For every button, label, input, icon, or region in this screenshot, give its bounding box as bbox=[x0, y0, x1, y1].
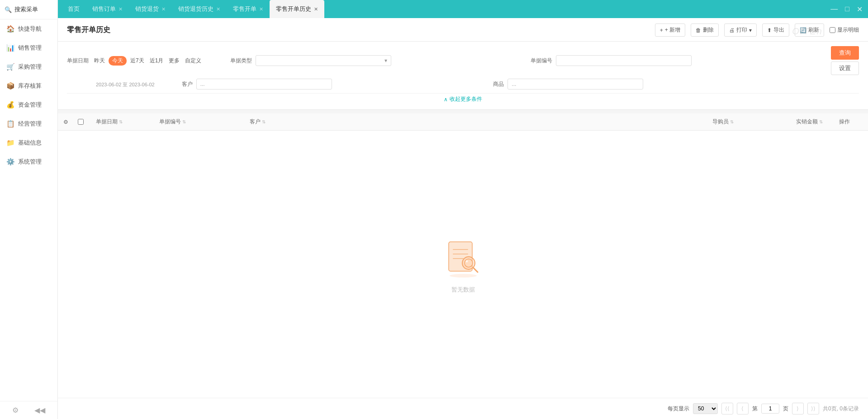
sidebar-search-label: 搜索采单 bbox=[14, 5, 38, 14]
th-amount[interactable]: 实销金额 ⇅ bbox=[763, 118, 826, 126]
tab-sales-order[interactable]: 销售订单✕ bbox=[86, 0, 129, 18]
tab-retail-history[interactable]: 零售开单历史✕ bbox=[270, 0, 324, 18]
show-detail-checkbox[interactable] bbox=[830, 27, 835, 33]
svg-point-7 bbox=[465, 259, 473, 267]
customer-filter-group: 客户 ... bbox=[182, 79, 484, 89]
add-button[interactable]: + + 新增 bbox=[655, 24, 685, 37]
customer-value: ... bbox=[200, 81, 205, 87]
page-prefix-label: 第 bbox=[752, 405, 758, 413]
delete-icon: 🗑 bbox=[696, 27, 701, 33]
th-date[interactable]: 单据日期 ⇅ bbox=[92, 118, 156, 126]
total-info: 共0页, 0条记录 bbox=[823, 405, 859, 413]
bill-type-select[interactable]: ▾ bbox=[256, 55, 391, 66]
per-page-label: 每页显示 bbox=[668, 405, 689, 413]
empty-icon bbox=[441, 235, 486, 280]
date-opt-last1month[interactable]: 近1月 bbox=[148, 56, 166, 66]
tab-close-sales-return[interactable]: ✕ bbox=[161, 6, 166, 12]
sidebar: 🔍 搜索采单 🏠 快捷导航 📊 销售管理 🛒 采购管理 📦 库存核算 💰 资金管… bbox=[0, 0, 58, 419]
print-icon: 🖨 bbox=[729, 27, 735, 33]
sidebar-item-sales-mgmt[interactable]: 📊 销售管理 bbox=[0, 38, 57, 57]
page-suffix-label: 页 bbox=[783, 405, 788, 413]
select-all-checkbox[interactable] bbox=[78, 119, 84, 125]
sidebar-icon-system-mgmt: ⚙️ bbox=[6, 158, 14, 166]
collapse-icon[interactable]: ◀◀ bbox=[34, 406, 45, 414]
sidebar-item-quick-nav[interactable]: 🏠 快捷导航 bbox=[0, 19, 57, 38]
settings-button[interactable]: 设置 bbox=[831, 61, 859, 75]
export-button[interactable]: ⬆ 导出 bbox=[762, 24, 789, 37]
last-page-btn[interactable]: ⟩⟩ bbox=[807, 403, 819, 414]
tab-label-retail-open: 零售开单 bbox=[233, 5, 256, 13]
sidebar-item-purchase-mgmt[interactable]: 🛒 采购管理 bbox=[0, 57, 57, 76]
collapse-label: 收起更多条件 bbox=[450, 95, 482, 103]
date-opt-custom[interactable]: 自定义 bbox=[183, 56, 203, 66]
date-opt-more[interactable]: 更多 bbox=[167, 56, 181, 66]
tab-close-sales-return-history[interactable]: ✕ bbox=[216, 6, 220, 12]
date-filter-group: 单据日期 昨天今天近7天近1月更多自定义 bbox=[67, 56, 203, 66]
query-button[interactable]: 查询 bbox=[831, 46, 859, 60]
sidebar-icon-operations: 📋 bbox=[6, 120, 14, 128]
th-customer-label: 客户 bbox=[250, 118, 261, 126]
print-button[interactable]: 🖨 打印 ▾ bbox=[724, 24, 757, 37]
prev-page-btn[interactable]: ⟨ bbox=[737, 403, 749, 414]
delete-button[interactable]: 🗑 删除 bbox=[691, 24, 719, 37]
close-btn[interactable]: ✕ bbox=[855, 5, 864, 14]
empty-text: 暂无数据 bbox=[451, 286, 475, 294]
sidebar-icon-quick-nav: 🏠 bbox=[6, 25, 14, 33]
th-checkbox[interactable] bbox=[78, 119, 92, 125]
th-guide[interactable]: 导购员 ⇅ bbox=[709, 118, 763, 126]
show-detail-label: 显示明细 bbox=[837, 26, 859, 34]
tab-close-sales-order[interactable]: ✕ bbox=[119, 6, 123, 12]
th-settings[interactable]: ⚙ bbox=[63, 119, 78, 125]
sidebar-label-purchase-mgmt: 采购管理 bbox=[18, 63, 42, 71]
bill-no-input[interactable] bbox=[556, 55, 692, 66]
first-page-btn[interactable]: ⟨⟨ bbox=[721, 403, 733, 414]
th-customer[interactable]: 客户 ⇅ bbox=[246, 118, 709, 126]
th-date-label: 单据日期 bbox=[96, 118, 118, 126]
sidebar-label-basic-info: 基础信息 bbox=[18, 139, 42, 147]
tab-retail-open[interactable]: 零售开单✕ bbox=[227, 0, 270, 18]
sort-icon-date: ⇅ bbox=[119, 119, 123, 124]
date-opt-yesterday[interactable]: 昨天 bbox=[92, 56, 107, 66]
refresh-button[interactable]: 🔄 刷新 bbox=[795, 24, 824, 37]
sidebar-label-operations: 经营管理 bbox=[18, 120, 42, 128]
print-label: 打印 bbox=[736, 26, 747, 34]
maximize-btn[interactable]: □ bbox=[843, 5, 851, 13]
th-bill-no[interactable]: 单据编号 ⇅ bbox=[156, 118, 246, 126]
tab-close-retail-open[interactable]: ✕ bbox=[259, 6, 263, 12]
sidebar-item-finance[interactable]: 💰 资金管理 bbox=[0, 95, 57, 114]
settings-icon[interactable]: ⚙ bbox=[12, 406, 19, 414]
date-opt-last7days[interactable]: 近7天 bbox=[128, 56, 146, 66]
show-detail-toggle[interactable]: 显示明细 bbox=[830, 26, 859, 34]
sidebar-item-system-mgmt[interactable]: ⚙️ 系统管理 bbox=[0, 152, 57, 171]
bill-no-label: 单据编号 bbox=[531, 57, 552, 65]
page-input[interactable] bbox=[761, 404, 779, 414]
goods-value: ... bbox=[512, 81, 516, 87]
content-area: 零售开单历史 + + 新增 🗑 删除 🖨 打印 ▾ bbox=[58, 18, 868, 419]
main-area: 首页销售订单✕销货退货✕销货退货历史✕零售开单✕零售开单历史✕ — □ ✕ 零售… bbox=[58, 0, 868, 419]
next-page-btn[interactable]: ⟩ bbox=[792, 403, 804, 414]
sidebar-item-operations[interactable]: 📋 经营管理 bbox=[0, 114, 57, 133]
sidebar-item-basic-info[interactable]: 📁 基础信息 bbox=[0, 133, 57, 152]
collapse-conditions[interactable]: ∧ 收起更多条件 bbox=[67, 93, 859, 105]
tab-label-sales-return: 销货退货 bbox=[135, 5, 159, 13]
page-size-select[interactable]: 50 10 20 100 bbox=[693, 403, 718, 414]
sidebar-label-inventory: 库存核算 bbox=[18, 82, 42, 90]
chevron-down-icon: ▾ bbox=[384, 57, 387, 64]
minimize-btn[interactable]: — bbox=[829, 5, 840, 13]
date-opt-today[interactable]: 今天 bbox=[109, 56, 127, 66]
sidebar-search[interactable]: 🔍 搜索采单 bbox=[0, 0, 57, 19]
tab-home[interactable]: 首页 bbox=[62, 0, 86, 18]
add-icon: + bbox=[660, 27, 663, 33]
tab-sales-return-history[interactable]: 销货退货历史✕ bbox=[172, 0, 227, 18]
goods-select[interactable]: ... bbox=[508, 79, 643, 89]
bill-type-group: 单据类型 ▾ bbox=[230, 55, 522, 66]
sidebar-label-system-mgmt: 系统管理 bbox=[18, 158, 42, 166]
sidebar-item-inventory[interactable]: 📦 库存核算 bbox=[0, 76, 57, 95]
tab-close-retail-history[interactable]: ✕ bbox=[314, 6, 318, 12]
export-icon: ⬆ bbox=[767, 27, 772, 33]
tab-sales-return[interactable]: 销货退货✕ bbox=[129, 0, 172, 18]
customer-select[interactable]: ... bbox=[196, 79, 332, 89]
sort-icon-amount: ⇅ bbox=[819, 119, 823, 124]
search-icon: 🔍 bbox=[5, 6, 12, 13]
collapse-icon: ∧ bbox=[444, 96, 448, 103]
